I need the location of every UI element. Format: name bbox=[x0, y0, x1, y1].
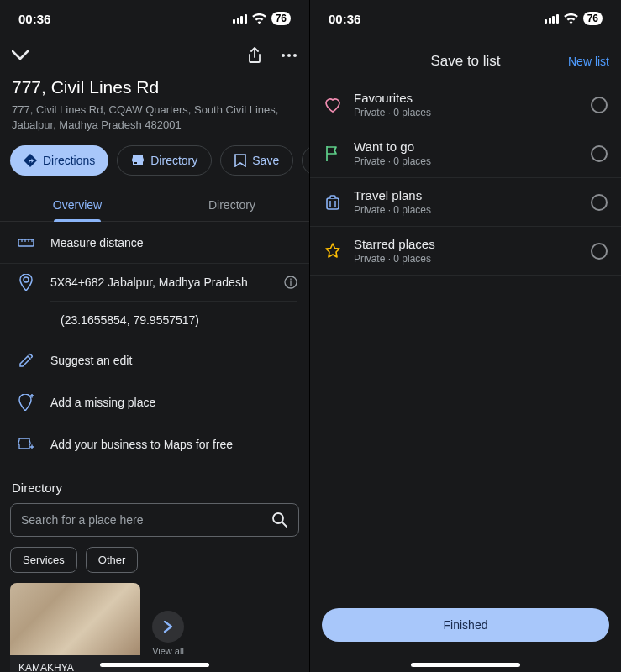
filter-chips: Services Other bbox=[0, 537, 309, 583]
add-pin-icon bbox=[12, 394, 40, 411]
store-icon bbox=[131, 154, 145, 167]
tab-directory[interactable]: Directory bbox=[155, 187, 309, 221]
missing-label: Add a missing place bbox=[40, 384, 297, 421]
row-add-missing[interactable]: Add a missing place bbox=[0, 381, 309, 423]
save-to-list-pane: 00:36 76 Save to list New list Favourite… bbox=[310, 0, 621, 672]
radio[interactable] bbox=[591, 243, 608, 260]
search-input[interactable] bbox=[21, 513, 271, 527]
flag-icon bbox=[324, 145, 342, 162]
place-title-block: 777, Civil Lines Rd 777, Civil Lines Rd,… bbox=[0, 74, 309, 140]
radio[interactable] bbox=[591, 145, 608, 162]
cellular-icon bbox=[233, 14, 247, 24]
search-icon bbox=[271, 512, 288, 528]
clock: 00:36 bbox=[329, 12, 360, 26]
suitcase-icon bbox=[324, 194, 342, 211]
home-indicator bbox=[100, 663, 209, 667]
pin-icon bbox=[12, 274, 40, 291]
suggest-label: Suggest an edit bbox=[40, 342, 297, 379]
directory-button[interactable]: Directory bbox=[117, 145, 212, 176]
svg-point-1 bbox=[287, 54, 291, 57]
place-address: 777, Civil Lines Rd, CQAW Quarters, Sout… bbox=[12, 102, 297, 132]
collapse-icon[interactable] bbox=[12, 50, 29, 60]
list-sub: Private · 0 places bbox=[354, 204, 579, 216]
row-measure-distance[interactable]: Measure distance bbox=[0, 222, 309, 264]
ruler-icon bbox=[12, 237, 40, 249]
add-store-icon bbox=[12, 437, 40, 452]
list-row-starred[interactable]: Starred places Private · 0 places bbox=[310, 227, 621, 276]
directions-label: Directions bbox=[43, 154, 95, 167]
save-header: Save to list New list bbox=[310, 42, 621, 81]
info-icon[interactable] bbox=[284, 276, 297, 289]
more-icon[interactable] bbox=[281, 53, 297, 58]
directory-search[interactable] bbox=[10, 503, 299, 537]
row-pluscode[interactable]: 5X84+682 Jabalpur, Madhya Pradesh (23.16… bbox=[0, 264, 309, 339]
business-label: Add your business to Maps for free bbox=[40, 426, 297, 463]
radio[interactable] bbox=[591, 97, 608, 113]
row-add-business[interactable]: Add your business to Maps for free bbox=[0, 423, 309, 465]
directory-cards: KAMAKHYA View all bbox=[0, 583, 309, 672]
directions-button[interactable]: Directions bbox=[10, 145, 108, 176]
new-list-button[interactable]: New list bbox=[568, 55, 609, 68]
view-all[interactable]: View all bbox=[152, 611, 184, 656]
place-detail-pane: 00:36 76 777, Civil Lines Rd 777, Civil … bbox=[0, 0, 310, 672]
tab-overview[interactable]: Overview bbox=[0, 187, 155, 221]
directions-icon bbox=[24, 154, 37, 167]
status-right: 76 bbox=[233, 12, 291, 25]
clock: 00:36 bbox=[18, 12, 50, 26]
pluscode-text: 5X84+682 Jabalpur, Madhya Pradesh bbox=[40, 264, 284, 301]
battery-level: 76 bbox=[271, 12, 291, 25]
wifi-icon bbox=[564, 13, 578, 24]
status-bar: 00:36 76 bbox=[310, 0, 621, 37]
finished-label: Finished bbox=[444, 618, 488, 632]
svg-point-0 bbox=[282, 54, 285, 57]
svg-point-5 bbox=[273, 513, 283, 523]
list-row-travel-plans[interactable]: Travel plans Private · 0 places bbox=[310, 178, 621, 227]
list-name: Travel plans bbox=[354, 188, 579, 202]
place-title: 777, Civil Lines Rd bbox=[12, 77, 297, 97]
status-right: 76 bbox=[545, 12, 603, 25]
view-all-label: View all bbox=[152, 646, 184, 656]
list-name: Favourites bbox=[354, 91, 579, 105]
action-chips: Directions Directory Save bbox=[0, 140, 309, 187]
directory-card[interactable]: KAMAKHYA bbox=[10, 583, 140, 672]
tabs: Overview Directory bbox=[0, 187, 309, 222]
list-name: Starred places bbox=[354, 237, 579, 251]
label-button[interactable] bbox=[302, 145, 309, 176]
list-name: Want to go bbox=[354, 139, 579, 154]
card-image bbox=[10, 583, 140, 655]
filter-other[interactable]: Other bbox=[86, 547, 139, 573]
list-sub: Private · 0 places bbox=[354, 155, 579, 167]
svg-rect-6 bbox=[327, 198, 339, 209]
battery-level: 76 bbox=[583, 12, 603, 25]
directory-label: Directory bbox=[150, 154, 197, 167]
filter-services[interactable]: Services bbox=[10, 547, 77, 573]
save-button[interactable]: Save bbox=[220, 145, 293, 176]
save-title: Save to list bbox=[430, 53, 500, 70]
coords-text: (23.1655854, 79.9557517) bbox=[50, 301, 297, 339]
home-indicator bbox=[411, 663, 520, 667]
list-sub: Private · 0 places bbox=[354, 107, 579, 118]
row-suggest-edit[interactable]: Suggest an edit bbox=[0, 339, 309, 381]
arrow-right-icon bbox=[152, 611, 184, 643]
list-row-favourites[interactable]: Favourites Private · 0 places bbox=[310, 81, 621, 129]
pencil-icon bbox=[12, 353, 40, 368]
share-icon[interactable] bbox=[247, 47, 262, 64]
list-row-want-to-go[interactable]: Want to go Private · 0 places bbox=[310, 129, 621, 178]
svg-rect-3 bbox=[18, 239, 34, 246]
directory-title: Directory bbox=[0, 465, 309, 503]
status-bar: 00:36 76 bbox=[0, 0, 309, 37]
finished-button[interactable]: Finished bbox=[322, 608, 609, 642]
svg-point-2 bbox=[293, 54, 297, 57]
cellular-icon bbox=[545, 14, 559, 24]
heart-icon bbox=[324, 97, 342, 113]
header-bar bbox=[0, 37, 309, 74]
bookmark-icon bbox=[234, 154, 246, 167]
wifi-icon bbox=[252, 13, 266, 24]
list-sub: Private · 0 places bbox=[354, 253, 579, 265]
radio[interactable] bbox=[591, 194, 608, 211]
save-label: Save bbox=[252, 154, 279, 167]
measure-label: Measure distance bbox=[40, 224, 297, 261]
star-icon bbox=[324, 243, 342, 260]
